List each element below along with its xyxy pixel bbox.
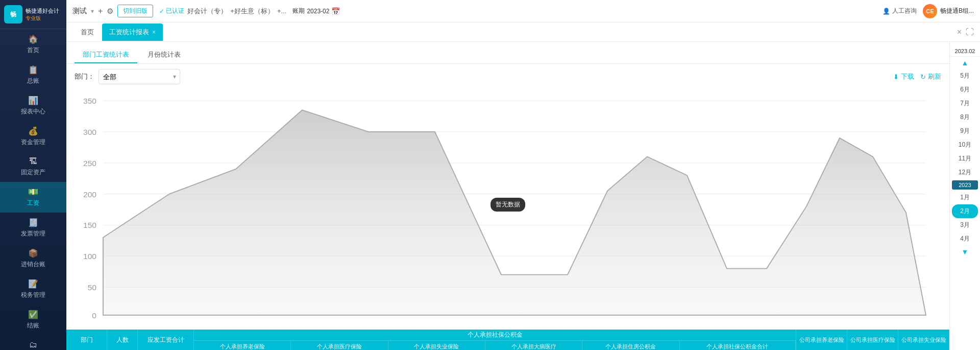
col-people: 人数 [107, 330, 138, 350]
badge3: +... [277, 7, 286, 15]
user-name: 畅捷通B组... [940, 7, 974, 15]
svg-text:200: 200 [83, 190, 96, 198]
dept-select-wrapper: 全部 财务部 销售部 人事部 技术部 ▾ [99, 69, 180, 84]
dept-select[interactable]: 全部 财务部 销售部 人事部 技术部 [99, 69, 180, 84]
sidebar: 畅 畅捷通好会计 专业版 🏠 首页 📋 总账 📊 报表中心 💰 资金管理 🏗 固… [0, 0, 66, 350]
dept-label: 部门： [75, 72, 94, 81]
month-3[interactable]: 3月 [950, 218, 980, 232]
month-11[interactable]: 11月 [950, 152, 980, 166]
tab-month-stats[interactable]: 月份统计表 [139, 47, 189, 63]
month-5[interactable]: 5月 [950, 69, 980, 83]
tab-salary-report[interactable]: 工资统计报表 × [102, 24, 163, 41]
sidebar-item-salary[interactable]: 💵 工资 [0, 182, 66, 213]
certified-label: 已认证 [166, 7, 184, 15]
year-2023-badge: 2023 [952, 180, 978, 190]
sidebar-item-label: 资金管理 [21, 138, 45, 147]
col-c-medical: 公司承担医疗保险 [847, 330, 898, 350]
sidebar-item-label: 报表中心 [21, 107, 45, 116]
month-7[interactable]: 7月 [950, 97, 980, 110]
col-p-unemploy: 个人承担失业保险 [388, 341, 485, 350]
sidebar-item-ledger[interactable]: 📋 总账 [0, 60, 66, 90]
col-p-house: 个人承担住房公积金 [582, 341, 679, 350]
col-c-unemploy: 公司承担失业保险 [898, 330, 949, 350]
tab-dept-salary[interactable]: 部门工资统计表 [75, 47, 137, 63]
ledger-icon: 📋 [28, 65, 38, 75]
archive-icon: 🗂 [29, 340, 37, 349]
settle-icon: ✅ [28, 310, 38, 319]
sidebar-item-reports[interactable]: 📊 报表中心 [0, 90, 66, 121]
calendar-icon[interactable]: 📅 [331, 7, 340, 15]
old-version-button[interactable]: 切到旧版 [117, 5, 153, 17]
tab-close-button[interactable]: × [152, 29, 156, 36]
sidebar-item-tax[interactable]: 📝 税务管理 [0, 274, 66, 305]
win-maximize-button[interactable]: ⛶ [966, 28, 974, 37]
topbar-right: 👤 人工咨询 CE 畅捷通B组... [883, 4, 974, 18]
sidebar-item-label: 首页 [27, 46, 39, 55]
sidebar-item-assets[interactable]: 🏗 固定资产 [0, 152, 66, 182]
settings-button[interactable]: ⚙ [107, 7, 113, 16]
sidebar-item-label: 工资 [27, 199, 39, 207]
add-button[interactable]: + [98, 7, 103, 16]
period-value: 2023-02 [307, 8, 329, 15]
content-tabs: 首页 工资统计报表 × × ⛶ [66, 22, 980, 42]
col-p-injury: 个人承担大病医疗 [485, 341, 582, 350]
tax-icon: 📝 [28, 279, 38, 289]
col-salary: 应发工资合计 [138, 330, 194, 350]
tab-home[interactable]: 首页 [75, 24, 100, 41]
badges: ✓ 已认证 好会计（专） +好生意（标） +... [159, 7, 286, 16]
help-icon: 👤 [883, 8, 890, 15]
sidebar-item-sales[interactable]: 📦 进销台账 [0, 243, 66, 274]
win-close-button[interactable]: × [957, 28, 962, 37]
home-icon: 🏠 [28, 34, 38, 44]
toolbar-right: ⬇ 下载 ↻ 刷新 [893, 72, 941, 81]
month-4[interactable]: 4月 [950, 232, 980, 246]
month-12[interactable]: 12月 [950, 166, 980, 179]
company-dropdown-arrow[interactable]: ▾ [91, 8, 94, 15]
sidebar-item-archive[interactable]: 🗂 归档管理 [0, 335, 66, 350]
prev-year-button[interactable]: ▲ [960, 57, 971, 69]
svg-text:150: 150 [83, 221, 96, 229]
table-footer: 部门 人数 应发工资合计 个人承担社保公积金 个人承担养老保险 个人承担医疗保险… [66, 330, 949, 350]
svg-text:100: 100 [83, 252, 96, 261]
svg-text:50: 50 [88, 284, 96, 292]
sidebar-item-settle[interactable]: ✅ 结账 [0, 305, 66, 335]
download-button[interactable]: ⬇ 下载 [893, 72, 914, 81]
sidebar-item-invoice[interactable]: 🧾 发票管理 [0, 213, 66, 243]
month-1[interactable]: 1月 [950, 191, 980, 204]
month-8[interactable]: 8月 [950, 110, 980, 124]
month-10[interactable]: 10月 [950, 138, 980, 152]
badge2: +好生意（标） [230, 7, 274, 16]
reports-icon: 📊 [28, 96, 38, 105]
sales-icon: 📦 [28, 248, 38, 258]
period-label: 账期 [292, 7, 305, 15]
certified-icon: ✓ [159, 8, 164, 15]
personal-group-cols: 个人承担养老保险 个人承担医疗保险 个人承担失业保险 个人承担大病医疗 个人承担… [194, 341, 796, 350]
refresh-label: 刷新 [928, 72, 941, 81]
personal-group-label: 个人承担社保公积金 [194, 330, 796, 341]
date-display: 2023.02 [950, 46, 980, 57]
sub-tabs: 部门工资统计表 月份统计表 [66, 42, 949, 64]
sidebar-item-home[interactable]: 🏠 首页 [0, 29, 66, 60]
sidebar-item-label: 税务管理 [21, 291, 45, 299]
sidebar-nav: 🏠 首页 📋 总账 📊 报表中心 💰 资金管理 🏗 固定资产 💵 工资 🧾 发票… [0, 29, 66, 350]
user-menu[interactable]: CE 畅捷通B组... [923, 4, 974, 18]
tab-label: 工资统计报表 [109, 28, 149, 37]
help-button[interactable]: 👤 人工咨询 [883, 7, 917, 15]
month-9[interactable]: 9月 [950, 124, 980, 138]
refresh-button[interactable]: ↻ 刷新 [920, 72, 941, 81]
right-panel: 2023.02 ▲ 5月 6月 7月 8月 9月 1 [949, 42, 980, 350]
logo-icon: 畅 [4, 5, 22, 24]
month-2-active[interactable]: 2月 [952, 204, 978, 218]
svg-text:350: 350 [83, 97, 96, 105]
sidebar-item-label: 固定资产 [21, 168, 45, 177]
download-icon: ⬇ [893, 73, 899, 81]
col-dept: 部门 [66, 330, 107, 350]
content-panel: 部门工资统计表 月份统计表 部门： 全部 财务部 销售部 人事部 [66, 42, 949, 350]
month-6[interactable]: 6月 [950, 83, 980, 97]
sidebar-item-funds[interactable]: 💰 资金管理 [0, 121, 66, 152]
next-year-button[interactable]: ▼ [960, 246, 971, 258]
svg-text:0: 0 [92, 311, 96, 319]
invoice-icon: 🧾 [28, 218, 38, 227]
year-nav: ▲ 5月 6月 7月 8月 9月 10月 [950, 57, 980, 258]
sidebar-item-label: 结账 [27, 321, 39, 330]
